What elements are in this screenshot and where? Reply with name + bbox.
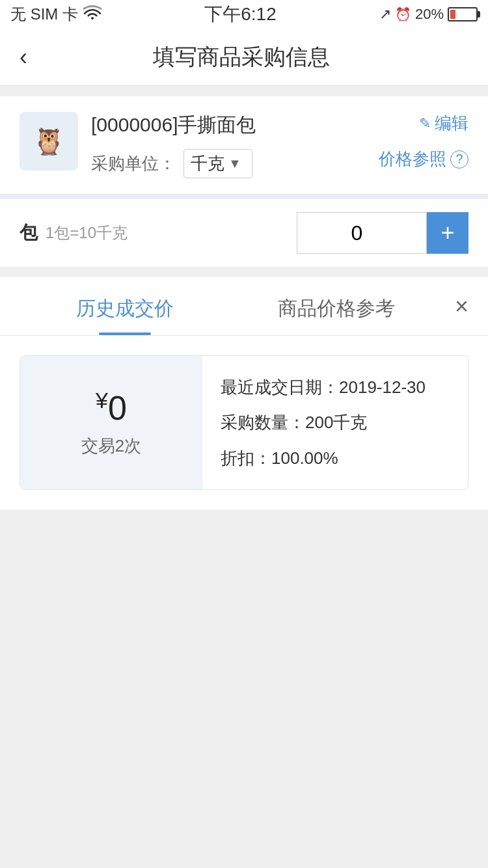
tab-product-price[interactable]: 商品价格参考: [230, 277, 441, 335]
bottom-area: [0, 509, 488, 868]
quantity-unit-desc: 1包=10千克: [46, 223, 128, 243]
product-unit-row: 采购单位： 千克 ▼: [91, 149, 379, 178]
location-icon: ↗: [379, 6, 391, 23]
history-price-value: ¥0: [96, 388, 127, 427]
tab-section: 历史成交价 商品价格参考 × ¥0 交易2次 最近成交日期：2019-12-30…: [0, 277, 488, 509]
history-details-section: 最近成交日期：2019-12-30 采购数量：200千克 折扣：100.00%: [202, 356, 468, 489]
history-price-section: ¥0 交易2次: [20, 356, 202, 489]
currency-symbol: ¥: [96, 388, 108, 413]
status-bar: 无 SIM 卡 下午6:12 ↗ ⏰ 20%: [0, 0, 488, 29]
tab-close-button[interactable]: ×: [442, 280, 468, 333]
detail-discount-key: 折扣：: [221, 448, 271, 468]
product-name: [0000006]手撕面包: [91, 112, 379, 139]
price-ref-label: 价格参照: [379, 148, 446, 170]
divider: [0, 194, 488, 199]
detail-date-key: 最近成交日期：: [221, 377, 339, 397]
history-detail-discount: 折扣：100.00%: [221, 446, 450, 470]
history-detail-date: 最近成交日期：2019-12-30: [221, 375, 450, 399]
status-left: 无 SIM 卡: [10, 4, 102, 25]
price-reference-button[interactable]: 价格参照 ?: [379, 148, 468, 170]
battery-percent: 20%: [415, 6, 444, 23]
detail-date-value: 2019-12-30: [339, 377, 426, 397]
wifi-icon: [83, 5, 102, 23]
dropdown-arrow-icon: ▼: [228, 156, 241, 171]
product-card: 🦉 [0000006]手撕面包 采购单位： 千克 ▼ ✎ 编辑 价格参照: [0, 96, 488, 194]
page-title: 填写商品采购信息: [40, 42, 442, 72]
detail-qty-key: 采购数量：: [221, 413, 305, 432]
edit-button[interactable]: ✎ 编辑: [419, 112, 468, 135]
purchase-unit-label: 采购单位：: [91, 152, 176, 175]
battery-icon: [448, 7, 478, 21]
quantity-unit-name: 包: [20, 221, 38, 245]
sim-label: 无 SIM 卡: [10, 4, 78, 25]
product-info: [0000006]手撕面包 采购单位： 千克 ▼: [91, 112, 379, 178]
history-trades-count: 交易2次: [81, 435, 141, 457]
history-content: ¥0 交易2次 最近成交日期：2019-12-30 采购数量：200千克 折扣：…: [0, 336, 488, 509]
unit-select[interactable]: 千克 ▼: [183, 149, 252, 178]
detail-discount-value: 100.00%: [271, 448, 338, 468]
tab-history-price[interactable]: 历史成交价: [20, 277, 230, 335]
edit-label: 编辑: [435, 112, 468, 135]
history-card: ¥0 交易2次 最近成交日期：2019-12-30 采购数量：200千克 折扣：…: [20, 355, 468, 490]
history-detail-quantity: 采购数量：200千克: [221, 411, 450, 434]
status-time: 下午6:12: [204, 2, 277, 27]
product-logo-icon: 🦉: [33, 126, 65, 157]
quantity-input[interactable]: [297, 212, 427, 254]
quantity-row: 包 1包=10千克 +: [0, 199, 488, 267]
back-button[interactable]: ‹: [20, 44, 27, 71]
quantity-label: 包 1包=10千克: [20, 221, 128, 245]
tabs: 历史成交价 商品价格参考 ×: [0, 277, 488, 336]
help-icon: ?: [450, 150, 468, 169]
quantity-plus-button[interactable]: +: [427, 212, 468, 254]
unit-value: 千克: [191, 152, 224, 175]
quantity-control: +: [297, 212, 468, 254]
product-thumbnail: 🦉: [20, 112, 78, 170]
status-right: ↗ ⏰ 20%: [379, 6, 478, 23]
alarm-icon: ⏰: [395, 7, 411, 22]
nav-bar: ‹ 填写商品采购信息: [0, 29, 488, 86]
detail-qty-value: 200千克: [305, 413, 367, 432]
product-left: 🦉 [0000006]手撕面包 采购单位： 千克 ▼: [20, 112, 379, 178]
edit-icon: ✎: [419, 115, 431, 132]
battery-fill: [450, 10, 455, 19]
product-header: 🦉 [0000006]手撕面包 采购单位： 千克 ▼ ✎ 编辑 价格参照: [20, 112, 468, 178]
